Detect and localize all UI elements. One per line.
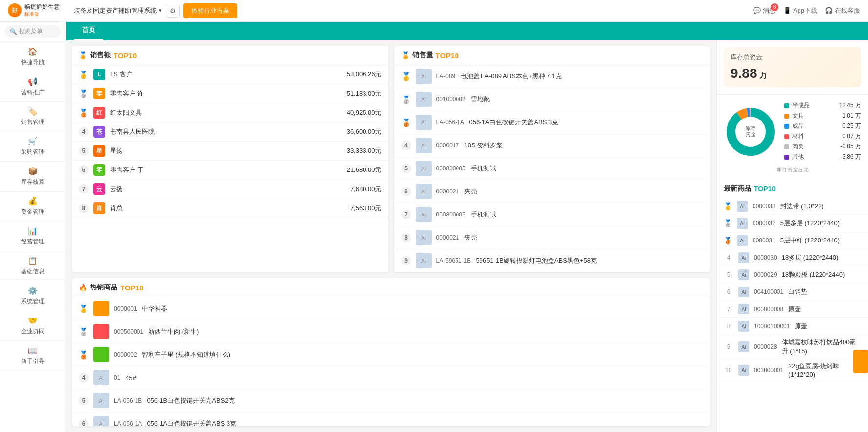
sidebar-item-cooperation[interactable]: 🤝 企业协同 bbox=[0, 311, 66, 341]
rank-number: 7 bbox=[724, 306, 733, 312]
product-name: 45# bbox=[125, 374, 136, 382]
system-name[interactable]: 装备及固定资产辅助管理系统 ▾ bbox=[74, 6, 162, 15]
inventory-title: 库存总资金 bbox=[731, 53, 854, 62]
sidebar-item-inventory[interactable]: 📦 库存核算 bbox=[0, 162, 66, 192]
nav-home-tab[interactable]: 首页 bbox=[74, 22, 103, 40]
table-row: 8 肖 肖总 7,563.00元 bbox=[72, 199, 388, 218]
service-community-button[interactable]: 服务社区 bbox=[853, 358, 868, 365]
sales-ranking-card: 🏅 销售额 TOP10 🥇 L LS 客户 53,006.26元 bbox=[72, 46, 388, 272]
rank-number: 4 bbox=[401, 141, 411, 150]
table-row: 🥇 L LS 客户 53,006.26元 bbox=[72, 65, 388, 84]
product-name: 中华神器 bbox=[142, 304, 167, 313]
customer-hotline-button[interactable]: 客服热线 bbox=[853, 350, 868, 358]
new-products-list: 🥇 Ai 0000033 封边带 (1.0*22) 🥈 Ai 0000032 5… bbox=[717, 198, 868, 382]
product-thumb: Ai bbox=[738, 287, 749, 297]
logo-icon: 好 bbox=[8, 3, 22, 17]
sidebar: 🔍 搜索菜单 🏠 快捷导航 📢 营销推广 🏷️ 销售管理 🛒 采购管理 📦 库存… bbox=[0, 22, 66, 432]
sidebar-item-finance[interactable]: 💰 资金管理 bbox=[0, 192, 66, 221]
customer-name: 苍南县人民医院 bbox=[110, 127, 342, 136]
system-selector: 装备及固定资产辅助管理系统 ▾ ⚙ 体验行业方案 bbox=[74, 3, 753, 18]
product-name: 056-1A白色按键开关盖ABS 3克 bbox=[147, 419, 236, 426]
avatar: 零 bbox=[93, 164, 105, 176]
search-bar[interactable]: 🔍 搜索菜单 bbox=[5, 25, 61, 38]
message-button[interactable]: 💬 消息 6 bbox=[753, 6, 776, 15]
sidebar-item-operation[interactable]: 📊 经营管理 bbox=[0, 221, 66, 251]
product-name: 10S 变料罗浆 bbox=[464, 142, 503, 149]
rank-number: 6 bbox=[79, 165, 89, 175]
sidebar-item-marketing[interactable]: 📢 营销推广 bbox=[0, 72, 66, 102]
legend-name: 肉类 bbox=[792, 143, 837, 151]
rank-number: 8 bbox=[79, 203, 89, 213]
trial-button[interactable]: 体验行业方案 bbox=[183, 3, 237, 18]
gear-button[interactable]: ⚙ bbox=[166, 4, 180, 18]
list-item: 9 Ai 0000028 体城嘉枝味苏打饮品400毫升 (1*15) bbox=[717, 335, 868, 359]
list-item: 🥈 Ai 0000032 5层多层 (1220*2440) bbox=[717, 215, 868, 232]
system-icon: ⚙️ bbox=[28, 286, 38, 295]
product-thumb: Ai bbox=[737, 201, 748, 212]
sidebar-item-purchase[interactable]: 🛒 采购管理 bbox=[0, 132, 66, 162]
product-name: 手机测试 bbox=[471, 165, 496, 172]
table-row: 8 Ai 0000021 夹壳 bbox=[394, 226, 711, 249]
product-code: 000800005 bbox=[436, 165, 469, 172]
table-row: 9 Ai LA-59651-1B 59651-1B旋转投影灯电池盒ABS黑色+5… bbox=[394, 249, 711, 272]
legend-value: 0.25 万 bbox=[842, 122, 861, 130]
legend-dot bbox=[784, 144, 789, 149]
product-thumb: Ai bbox=[416, 253, 432, 268]
service-button[interactable]: 🎧 在线客服 bbox=[825, 6, 860, 15]
product-code: 000800005 bbox=[436, 211, 469, 218]
donut-chart: 库存 资金 bbox=[724, 105, 777, 160]
sold-ranking-title: 销售量 bbox=[412, 51, 433, 60]
medal-icon: 🥇 bbox=[79, 70, 89, 79]
sale-value: 21,680.00元 bbox=[347, 166, 382, 174]
inventory-label: 库存总资金 bbox=[731, 53, 762, 62]
sidebar-item-system[interactable]: ⚙️ 系统管理 bbox=[0, 281, 66, 311]
product-name: 新西兰牛肉 (新牛) bbox=[148, 327, 199, 336]
sidebar-item-label: 采购管理 bbox=[21, 148, 45, 156]
sidebar-item-home[interactable]: 🏠 快捷导航 bbox=[0, 42, 66, 72]
medal-icon: 🥈 bbox=[724, 219, 732, 227]
rank-number: 4 bbox=[724, 254, 733, 261]
sidebar-item-sales[interactable]: 🏷️ 销售管理 bbox=[0, 102, 66, 132]
sidebar-search-container[interactable]: 🔍 搜索菜单 bbox=[0, 22, 66, 42]
rank-number: 7 bbox=[401, 210, 411, 219]
product-code: 0000033 bbox=[753, 203, 776, 210]
customer-name: 星扬 bbox=[110, 146, 342, 155]
live-button[interactable]: 直播 bbox=[853, 365, 868, 373]
finance-icon: 💰 bbox=[28, 196, 38, 206]
legend-item: 材料 0.07 万 bbox=[784, 132, 861, 141]
legend-item: 文具 1.01 万 bbox=[784, 112, 861, 120]
legend-dot bbox=[784, 103, 789, 108]
customer-name: 红太阳文具 bbox=[110, 108, 342, 117]
table-row: 7 Ai 000800005 手机测试 bbox=[394, 203, 711, 226]
rank-number: 7 bbox=[79, 184, 89, 194]
list-item: 5 Ai LA-056-1B 056-1B白色按键开关壳ABS2克 bbox=[72, 389, 710, 412]
medal-icon: 🥉 bbox=[401, 118, 411, 127]
table-row: 4 苍 苍南县人民医院 36,600.00元 bbox=[72, 122, 388, 142]
table-row: 6 Ai 0000021 夹壳 bbox=[394, 180, 711, 203]
product-code: 0000032 bbox=[753, 220, 776, 227]
medal-icon: 🥈 bbox=[79, 89, 89, 98]
medal-icon: 🥈 bbox=[401, 95, 411, 104]
search-icon: 🔍 bbox=[10, 28, 17, 35]
medal-icon: 🥉 bbox=[724, 237, 732, 244]
inventory-bg: 库存总资金 9.88 万 bbox=[724, 47, 861, 87]
sidebar-item-basic[interactable]: 📋 基础信息 bbox=[0, 251, 66, 281]
product-code: 10000100001 bbox=[754, 323, 790, 330]
product-name: 封边带 (1.0*22) bbox=[780, 202, 861, 211]
product-name: 原壶 bbox=[795, 322, 861, 331]
product-name: 白钢垫 bbox=[788, 288, 861, 296]
legend-value: 1.01 万 bbox=[842, 112, 861, 120]
app-download-button[interactable]: 📱 App下载 bbox=[783, 6, 817, 15]
logo-area: 好 畅捷通好生意 标准版 bbox=[8, 3, 74, 17]
sale-value: 7,680.00元 bbox=[350, 185, 382, 193]
legend-value: -0.05 万 bbox=[840, 143, 861, 151]
product-code: LA-056-1B bbox=[114, 397, 142, 404]
product-code: LA-056-1A bbox=[436, 119, 467, 126]
rank-number: 9 bbox=[724, 343, 733, 350]
medal-icon: 🏅 bbox=[79, 51, 87, 59]
hot-products-list: 🥇 0000001 中华神器 🥈 000500001 新西兰牛肉 (新牛) bbox=[72, 297, 710, 426]
inventory-amount: 9.88 万 bbox=[731, 66, 854, 81]
sales-icon: 🏷️ bbox=[28, 107, 38, 116]
inventory-section: 库存总资金 9.88 万 bbox=[717, 40, 868, 95]
sidebar-item-guide[interactable]: 📖 新手引导 bbox=[0, 341, 66, 371]
